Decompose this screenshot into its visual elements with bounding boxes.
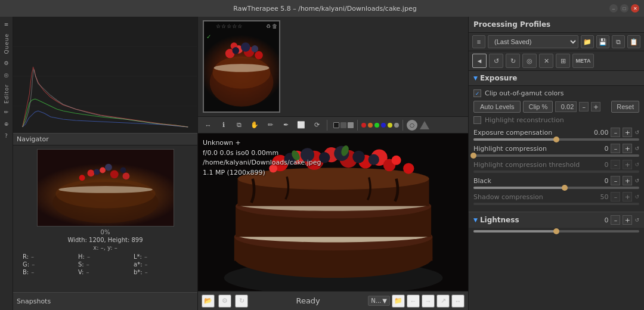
highlight-threshold-label-row: Highlight compression threshold 0 – + ↺ <box>473 160 639 169</box>
swatch-dark[interactable] <box>333 122 339 128</box>
pencil-icon[interactable]: ✏ <box>1 107 12 117</box>
lightness-reset-icon[interactable]: ↺ <box>634 217 639 223</box>
shadow-comp-controls: 50 – + ↺ <box>600 192 639 202</box>
exp-comp-reset-icon[interactable]: ↺ <box>634 129 639 135</box>
dot-orange[interactable] <box>368 123 373 128</box>
lightness-increase[interactable]: + <box>623 215 632 225</box>
nav-export-button[interactable]: ↗ <box>436 294 450 308</box>
circle-button[interactable]: ○ <box>407 120 417 131</box>
swatch-light[interactable] <box>348 122 354 128</box>
hand-tool[interactable]: ✋ <box>248 119 261 132</box>
help-icon[interactable]: ? <box>1 131 12 141</box>
nav-prev-button[interactable]: ← <box>407 294 420 308</box>
processing-profiles-title: Processing Profiles <box>473 20 550 29</box>
pencil-tool[interactable]: ✏ <box>264 119 277 132</box>
nav-next-button[interactable]: → <box>422 294 435 308</box>
dot-red[interactable] <box>361 123 366 128</box>
dot-yellow[interactable] <box>388 123 392 128</box>
pp-paste-button[interactable]: 📋 <box>627 35 640 48</box>
hi-comp-decrease[interactable]: – <box>611 144 620 153</box>
target-icon[interactable]: ⊕ <box>1 119 12 129</box>
black-increase[interactable]: + <box>623 176 632 185</box>
image-info-line1: Unknown + <box>203 138 321 148</box>
black-track[interactable] <box>473 187 639 189</box>
hi-comp-increase[interactable]: + <box>623 144 632 153</box>
camera-icon[interactable]: ◎ <box>1 70 12 80</box>
clip-gamut-checkbox[interactable] <box>473 89 481 97</box>
clip-decrease-button[interactable]: – <box>579 102 589 111</box>
close-button[interactable]: ✕ <box>631 4 639 13</box>
exp-comp-decrease[interactable]: – <box>611 128 620 137</box>
maximize-button[interactable]: □ <box>620 4 628 13</box>
pp-save-button[interactable]: 💾 <box>596 35 609 48</box>
star-2: ☆ <box>221 23 226 29</box>
filmstrip-trash-icon[interactable]: 🗑 <box>272 23 277 29</box>
clip-value-input[interactable]: 0.02 <box>555 101 577 112</box>
proc-transform-btn[interactable]: ⊞ <box>556 54 570 68</box>
lightness-thumb[interactable] <box>553 228 559 234</box>
svg-point-6 <box>58 186 153 193</box>
clip-increase-button[interactable]: + <box>591 102 600 111</box>
lightness-section[interactable]: ▼ Lightness 0 – + ↺ <box>469 212 644 228</box>
dot-blue[interactable] <box>381 123 386 128</box>
filmstrip-thumbnail[interactable]: ☆ ☆ ☆ ☆ ☆ ♻ 🗑 ✓ <box>203 20 280 113</box>
nav-sync-button[interactable]: ↔ <box>451 294 465 308</box>
triangle-button[interactable] <box>420 121 429 129</box>
nav-save-button[interactable]: 📁 <box>392 294 405 308</box>
reset-button[interactable]: Reset <box>611 101 639 113</box>
crop-tool[interactable]: ⬜ <box>295 119 308 132</box>
exposure-section-header[interactable]: ▼ Exposure <box>469 71 644 86</box>
lightness-value: 0 <box>604 216 608 224</box>
info-tool[interactable]: ℹ <box>217 119 230 132</box>
proc-color-btn[interactable]: ↻ <box>506 54 520 68</box>
swatch-gray[interactable] <box>340 122 346 128</box>
pp-copy-button[interactable]: ⧉ <box>612 35 625 48</box>
rotate-tool[interactable]: ⟳ <box>310 119 323 132</box>
copy-tool[interactable]: ⧉ <box>233 119 246 132</box>
black-fill <box>473 187 565 189</box>
auto-levels-row: Auto Levels Clip % 0.02 – + Reset <box>473 101 639 113</box>
hi-thr-reset-icon: ↺ <box>634 162 639 168</box>
refresh-button[interactable]: ↻ <box>235 294 248 308</box>
svg-point-50 <box>369 154 379 165</box>
proc-meta-btn[interactable]: META <box>572 54 594 68</box>
dot-gray[interactable] <box>394 123 399 128</box>
minimize-button[interactable]: – <box>609 4 618 13</box>
exposure-comp-track[interactable] <box>473 138 639 141</box>
pp-open-button[interactable]: 📁 <box>581 35 594 48</box>
black-value: 0 <box>604 177 608 185</box>
black-thumb[interactable] <box>562 185 568 191</box>
proc-crop-btn[interactable]: ✕ <box>539 54 553 68</box>
proc-rotate-btn[interactable]: ↺ <box>489 54 503 68</box>
proc-exposure-btn[interactable]: ◄ <box>472 54 487 68</box>
exposure-comp-thumb[interactable] <box>553 137 559 142</box>
dot-green[interactable] <box>374 123 379 128</box>
hi-comp-reset-icon[interactable]: ↺ <box>634 145 639 151</box>
gear-icon[interactable]: ⚙ <box>1 58 12 69</box>
pp-menu-button[interactable]: ≡ <box>472 35 485 48</box>
nav-dropdown[interactable]: N... ▼ <box>368 296 390 306</box>
nav-astar-row: a*: – <box>134 261 188 268</box>
black-reset-icon[interactable]: ↺ <box>634 178 639 184</box>
nav-arrows-tool[interactable]: ↔ <box>202 119 215 132</box>
highlight-comp-track[interactable] <box>473 154 639 157</box>
black-decrease[interactable]: – <box>611 176 620 185</box>
filmstrip-recycle-icon[interactable]: ♻ <box>266 23 271 29</box>
auto-levels-button[interactable]: Auto Levels <box>473 101 521 113</box>
clip-pct-button[interactable]: Clip % <box>523 101 553 113</box>
lightness-track[interactable] <box>473 230 639 232</box>
proc-detail-btn[interactable]: ◎ <box>522 54 537 68</box>
highlight-comp-thumb[interactable] <box>470 153 476 159</box>
exp-comp-increase[interactable]: + <box>623 128 632 137</box>
queue-icon[interactable]: ≡ <box>1 19 12 30</box>
shadow-comp-label-row: Shadow compression 50 – + ↺ <box>473 192 639 202</box>
highlight-threshold-value: 0 <box>604 161 608 169</box>
settings-button[interactable]: ⚙ <box>218 294 231 308</box>
highlight-recon-checkbox[interactable] <box>473 116 481 124</box>
lightness-fill <box>473 230 556 232</box>
nav-h-value: – <box>87 253 90 260</box>
pp-dropdown[interactable]: (Last Saved) <box>488 35 578 48</box>
pencil2-tool[interactable]: ✒ <box>279 119 292 132</box>
open-folder-button[interactable]: 📂 <box>202 294 215 308</box>
lightness-decrease[interactable]: – <box>611 215 620 225</box>
